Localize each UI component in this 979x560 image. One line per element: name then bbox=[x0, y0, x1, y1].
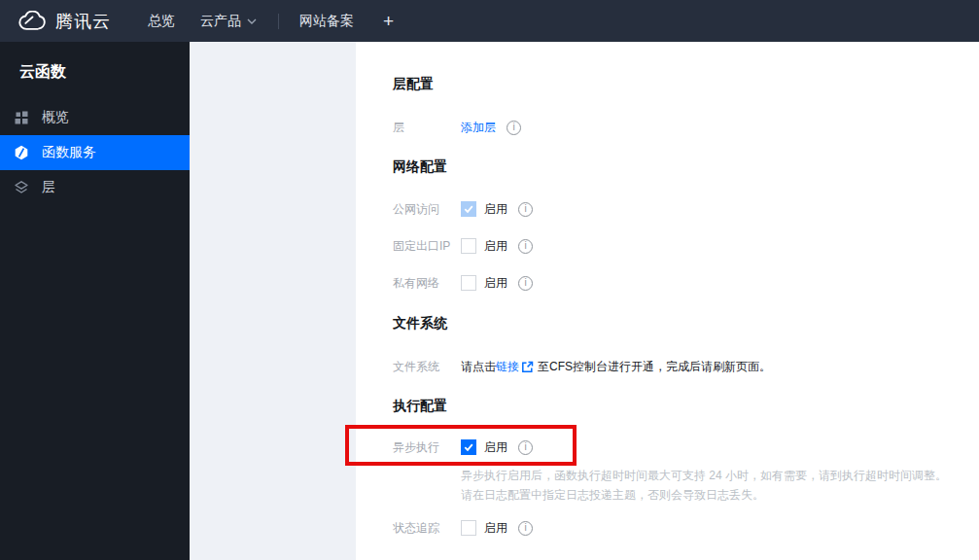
sidebar-item-function-service[interactable]: 函数服务 bbox=[0, 135, 190, 170]
grid-icon bbox=[14, 110, 29, 125]
info-icon[interactable]: i bbox=[518, 239, 533, 254]
content-gutter bbox=[190, 42, 356, 560]
chevron-down-icon bbox=[247, 18, 257, 24]
sidebar-item-label: 概览 bbox=[42, 109, 69, 126]
row-label: 固定出口IP bbox=[393, 238, 461, 255]
enable-label: 启用 bbox=[484, 520, 507, 537]
form-row-status-trace: 状态追踪 启用 i bbox=[393, 518, 979, 538]
hint-text-before: 请点击 bbox=[461, 359, 496, 375]
check-icon bbox=[463, 203, 474, 215]
section-title-execution: 执行配置 bbox=[393, 396, 979, 415]
layers-icon bbox=[14, 180, 29, 195]
section-title-layer-config: 层配置 bbox=[393, 74, 979, 93]
sidebar-item-layers[interactable]: 层 bbox=[0, 170, 190, 205]
form-row-filesystem: 文件系统 请点击 链接 至CFS控制台进行开通，完成后请刷新页面。 bbox=[393, 357, 979, 376]
sidebar-title: 云函数 bbox=[0, 42, 190, 82]
sidebar-item-overview[interactable]: 概览 bbox=[0, 100, 190, 135]
fixed-ip-checkbox[interactable] bbox=[461, 238, 476, 254]
brand-title[interactable]: 腾讯云 bbox=[55, 10, 111, 33]
sidebar: 云函数 概览 函数服务 bbox=[0, 42, 190, 560]
enable-label: 启用 bbox=[484, 201, 507, 218]
hint-text-after: 至CFS控制台进行开通，完成后请刷新页面。 bbox=[538, 359, 771, 375]
topbar: 腾讯云 总览 云产品 网站备案 + bbox=[0, 0, 979, 42]
form-row-async-execution: 异步执行 启用 i bbox=[393, 438, 979, 457]
sidebar-menu: 概览 函数服务 层 bbox=[0, 100, 190, 205]
enable-label: 启用 bbox=[484, 439, 507, 456]
status-trace-checkbox[interactable] bbox=[461, 520, 476, 536]
tencent-cloud-logo-icon[interactable] bbox=[17, 11, 47, 31]
external-link-icon bbox=[521, 361, 534, 373]
form-row-layer: 层 添加层 i bbox=[393, 118, 979, 137]
add-layer-link[interactable]: 添加层 bbox=[461, 120, 496, 136]
row-label: 异步执行 bbox=[393, 439, 461, 456]
sidebar-item-label: 函数服务 bbox=[42, 144, 96, 161]
topbar-divider bbox=[278, 14, 279, 29]
form-row-vpc: 私有网络 启用 i bbox=[393, 273, 979, 293]
form-row-fixed-ip: 固定出口IP 启用 i bbox=[393, 236, 979, 256]
info-icon[interactable]: i bbox=[507, 121, 521, 135]
info-icon[interactable]: i bbox=[518, 440, 533, 455]
section-title-filesystem: 文件系统 bbox=[393, 313, 979, 332]
check-icon bbox=[463, 441, 474, 453]
topnav-products-label: 云产品 bbox=[200, 13, 241, 30]
async-execution-help: 异步执行启用后，函数执行超时时间最大可支持 24 小时，如有需要，请到执行超时时… bbox=[461, 466, 979, 505]
row-label: 层 bbox=[393, 120, 461, 136]
info-icon[interactable]: i bbox=[518, 202, 533, 217]
topnav-overview[interactable]: 总览 bbox=[148, 13, 175, 30]
row-label: 公网访问 bbox=[393, 201, 461, 218]
function-icon bbox=[14, 145, 29, 160]
help-line-2: 请在日志配置中指定日志投递主题，否则会导致日志丢失。 bbox=[461, 485, 979, 505]
info-icon[interactable]: i bbox=[518, 521, 533, 536]
info-icon[interactable]: i bbox=[518, 276, 533, 291]
add-tab-button[interactable]: + bbox=[383, 11, 394, 32]
topnav-beian[interactable]: 网站备案 bbox=[299, 13, 354, 30]
public-access-checkbox[interactable] bbox=[461, 201, 476, 217]
async-execution-checkbox[interactable] bbox=[461, 439, 476, 455]
section-title-network-config: 网络配置 bbox=[393, 157, 979, 176]
row-label: 文件系统 bbox=[393, 359, 461, 375]
help-line-1: 异步执行启用后，函数执行超时时间最大可支持 24 小时，如有需要，请到执行超时时… bbox=[461, 466, 979, 485]
vpc-checkbox[interactable] bbox=[461, 275, 476, 291]
enable-label: 启用 bbox=[484, 275, 507, 292]
form-row-public-access: 公网访问 启用 i bbox=[393, 199, 979, 219]
enable-label: 启用 bbox=[484, 238, 507, 255]
cfs-link[interactable]: 链接 bbox=[496, 359, 519, 375]
filesystem-hint: 请点击 链接 至CFS控制台进行开通，完成后请刷新页面。 bbox=[461, 359, 771, 375]
sidebar-item-label: 层 bbox=[42, 179, 55, 196]
topnav-products[interactable]: 云产品 bbox=[200, 13, 257, 30]
row-label: 状态追踪 bbox=[393, 520, 461, 537]
row-label: 私有网络 bbox=[393, 275, 461, 292]
settings-panel: 层配置 层 添加层 i 网络配置 公网访问 启用 i 固定出口IP 启用 i 私… bbox=[356, 42, 979, 560]
